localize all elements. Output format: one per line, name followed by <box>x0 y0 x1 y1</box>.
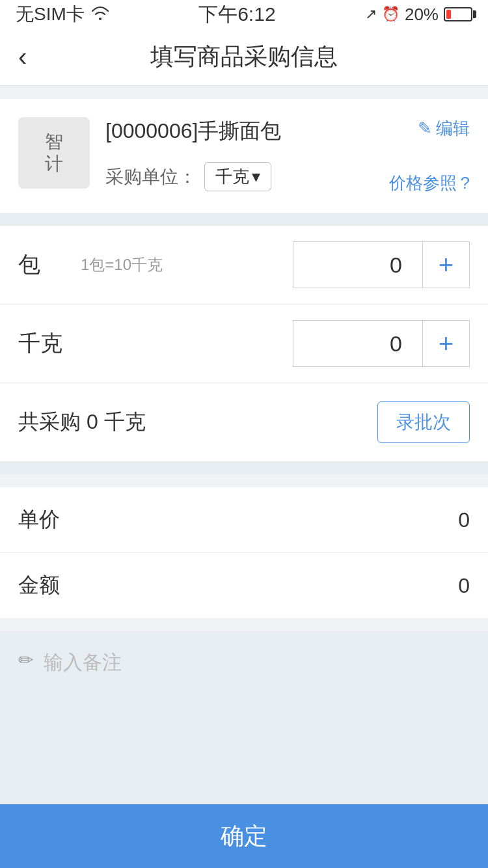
unit-price-label: 单价 <box>18 506 60 534</box>
product-logo: 智 计 <box>45 131 63 174</box>
pencil-icon: ✏ <box>18 649 33 671</box>
status-time: 下午6:12 <box>198 1 275 28</box>
status-bar: 无SIM卡 下午6:12 ↗ ⏰ 20% <box>0 0 488 29</box>
remark-placeholder: 输入备注 <box>44 649 122 676</box>
back-button[interactable]: ‹ <box>18 42 27 72</box>
batch-record-button[interactable]: 录批次 <box>377 401 470 443</box>
product-info: [0000006]手撕面包 采购单位： 千克 ▾ 价格参照 ? <box>105 117 470 195</box>
battery-icon <box>444 7 472 21</box>
edit-button[interactable]: ✎ 编辑 <box>418 117 470 140</box>
unit-price-row: 单价 0 <box>0 487 488 553</box>
total-purchase-text: 共采购 0 千克 <box>18 408 146 437</box>
dropdown-arrow-icon: ▾ <box>252 167 260 187</box>
product-thumbnail: 智 计 <box>18 117 90 189</box>
nav-bar: ‹ 填写商品采购信息 <box>0 29 488 86</box>
amount-row: 金额 0 <box>0 553 488 618</box>
status-right: ↗ ⏰ 20% <box>365 5 472 25</box>
kg-input-wrapper: + <box>293 320 470 367</box>
page-title: 填写商品采购信息 <box>150 41 338 73</box>
kg-quantity-input[interactable] <box>293 320 423 367</box>
alarm-icon: ⏰ <box>382 6 400 23</box>
edit-icon: ✎ <box>418 118 432 139</box>
bao-plus-button[interactable]: + <box>423 241 470 288</box>
amount-value: 0 <box>458 574 470 598</box>
wifi-icon <box>91 4 109 25</box>
status-left: 无SIM卡 <box>16 2 109 27</box>
section-divider-1 <box>0 213 488 226</box>
carrier-label: 无SIM卡 <box>16 2 85 27</box>
product-name: [0000006]手撕面包 <box>105 117 470 146</box>
input-section: 包 1包=10千克 + 千克 + <box>0 226 488 383</box>
bao-label: 包 <box>18 250 70 280</box>
section-divider-2 <box>0 461 488 474</box>
bao-input-row: 包 1包=10千克 + <box>0 226 488 305</box>
unit-label: 采购单位： <box>105 165 197 189</box>
remark-section[interactable]: ✏ 输入备注 <box>0 631 488 709</box>
unit-row: 采购单位： 千克 ▾ <box>105 162 271 191</box>
confirm-label: 确定 <box>221 821 267 852</box>
help-icon: ? <box>461 173 470 193</box>
location-icon: ↗ <box>365 6 377 23</box>
pricing-section: 单价 0 金额 0 <box>0 487 488 618</box>
confirm-bar[interactable]: 确定 <box>0 804 488 868</box>
kg-input-row: 千克 + <box>0 305 488 383</box>
unit-price-row: 采购单位： 千克 ▾ 价格参照 ? <box>105 159 470 195</box>
kg-plus-button[interactable]: + <box>423 320 470 367</box>
summary-row: 共采购 0 千克 录批次 <box>0 383 488 461</box>
battery-percent: 20% <box>405 5 439 25</box>
edit-label: 编辑 <box>436 117 470 140</box>
unit-select[interactable]: 千克 ▾ <box>204 162 271 191</box>
kg-label: 千克 <box>18 329 70 359</box>
bao-sublabel: 1包=10千克 <box>81 254 163 275</box>
bao-quantity-input[interactable] <box>293 241 423 288</box>
price-ref-label: 价格参照 <box>389 172 457 195</box>
bao-input-wrapper: + <box>293 241 470 288</box>
unit-price-value: 0 <box>458 508 470 532</box>
product-card: 智 计 [0000006]手撕面包 采购单位： 千克 ▾ 价格参照 ? <box>0 99 488 213</box>
amount-label: 金额 <box>18 571 60 600</box>
price-reference-button[interactable]: 价格参照 ? <box>389 172 470 195</box>
